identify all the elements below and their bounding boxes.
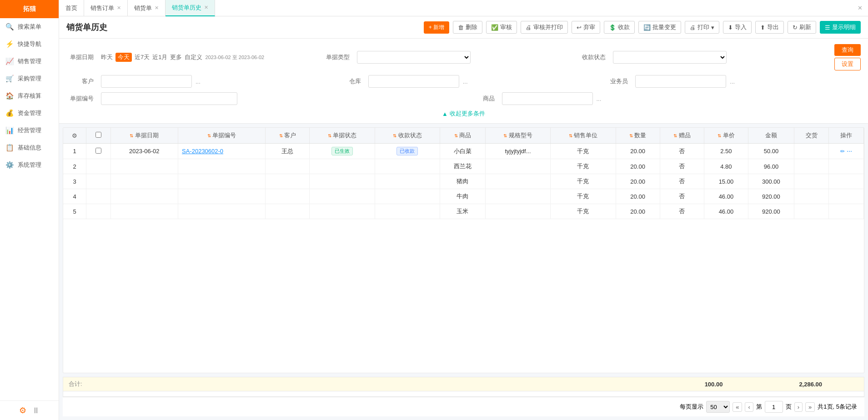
salesperson-input[interactable] xyxy=(635,75,726,88)
close-all-tabs-button[interactable]: ✕ xyxy=(852,5,868,11)
abandon-button[interactable]: ↩ 弃审 xyxy=(572,21,600,34)
col-doc-no[interactable]: ⇅ 单据编号 xyxy=(178,128,266,144)
sidebar-collapse-icon[interactable]: ⏸ xyxy=(32,406,40,415)
shortcut-yesterday[interactable]: 昨天 xyxy=(101,53,113,61)
row-goods: 玉米 xyxy=(440,204,486,219)
customer-label: 客户 xyxy=(66,77,94,85)
sort-icon-spec: ⇅ xyxy=(503,133,507,138)
export-button[interactable]: ⬆ 导出 xyxy=(755,21,784,34)
row-customer xyxy=(266,189,310,204)
shortcut-more[interactable]: 更多 xyxy=(170,53,182,61)
col-spec[interactable]: ⇅ 规格型号 xyxy=(485,128,550,144)
edit-row-button[interactable]: ✏ xyxy=(840,148,845,155)
sidebar-item-inventory[interactable]: 🏠 库存核算 xyxy=(0,87,59,105)
print-button[interactable]: 🖨 打印 ▾ xyxy=(685,21,719,34)
shortcut-7days[interactable]: 近7天 xyxy=(135,53,150,61)
salesperson-label: 业务员 xyxy=(601,77,628,85)
show-detail-icon: ☰ xyxy=(825,24,830,31)
goods-dots-button[interactable]: ... xyxy=(597,95,602,102)
first-page-button[interactable]: « xyxy=(733,402,742,412)
salesperson-dots-button[interactable]: ... xyxy=(730,78,735,85)
row-checkbox[interactable] xyxy=(86,189,110,204)
pagination: 每页显示 50 100 200 « ‹ 第 页 › » 共1页, 5条记录 xyxy=(63,397,864,416)
next-page-button[interactable]: › xyxy=(794,402,803,412)
query-button[interactable]: 查询 xyxy=(834,44,861,56)
select-all-checkbox[interactable] xyxy=(95,132,101,138)
payment-status-select[interactable] xyxy=(613,51,727,64)
sidebar-item-base-info[interactable]: 📋 基础信息 xyxy=(0,139,59,156)
sidebar-item-quick-nav[interactable]: ⚡ 快捷导航 xyxy=(0,35,59,53)
last-page-button[interactable]: » xyxy=(805,402,815,412)
row-customer xyxy=(266,204,310,219)
collapse-button[interactable]: ▲ 收起更多条件 xyxy=(66,110,861,118)
tab-sales-goods[interactable]: 销货单 ✕ xyxy=(128,0,166,16)
sidebar-item-operations[interactable]: 📊 经营管理 xyxy=(0,122,59,139)
row-select-checkbox[interactable] xyxy=(95,148,101,154)
batch-change-button[interactable]: 🔄 批量变更 xyxy=(638,21,681,34)
tab-sales-history-close[interactable]: ✕ xyxy=(204,5,208,10)
tab-home[interactable]: 首页 xyxy=(59,0,84,16)
page-input[interactable] xyxy=(765,401,783,413)
col-customer[interactable]: ⇅ 客户 xyxy=(266,128,310,144)
customer-dots-button[interactable]: ... xyxy=(196,78,201,85)
sidebar-item-sys-mgmt[interactable]: ⚙️ 系统管理 xyxy=(0,156,59,174)
refresh-button[interactable]: ↻ 刷新 xyxy=(788,21,816,34)
col-unit[interactable]: ⇅ 销售单位 xyxy=(551,128,616,144)
filter-setting-button[interactable]: 设置 xyxy=(834,58,861,70)
row-qty: 20.00 xyxy=(616,189,660,204)
more-row-button[interactable]: ⋯ xyxy=(847,148,852,155)
row-gift: 否 xyxy=(660,204,704,219)
shortcut-today[interactable]: 今天 xyxy=(115,53,132,62)
table-row: 4 牛肉 千克 20.00 否 46.00 920.00 xyxy=(63,189,864,204)
row-checkbox[interactable] xyxy=(86,159,110,174)
audit-button[interactable]: ✅ 审核 xyxy=(486,21,517,34)
row-checkbox[interactable] xyxy=(86,174,110,189)
table-row: 5 玉米 千克 20.00 否 46.00 920.00 xyxy=(63,204,864,219)
customer-input[interactable] xyxy=(101,75,192,88)
collect-button[interactable]: 💲 收款 xyxy=(604,21,635,34)
row-checkbox[interactable] xyxy=(86,204,110,219)
page-size-select[interactable]: 50 100 200 xyxy=(706,401,730,413)
search-menu-icon: 🔍 xyxy=(5,23,14,31)
shortcut-custom[interactable]: 自定义 xyxy=(185,53,202,61)
doc-no-link[interactable]: SA-20230602-0 xyxy=(182,148,223,155)
row-seq: 2 xyxy=(63,159,86,174)
sidebar-settings-icon[interactable]: ⚙ xyxy=(19,405,26,415)
warehouse-dots-button[interactable]: ... xyxy=(463,78,468,85)
goods-input[interactable] xyxy=(502,92,593,105)
col-qty[interactable]: ⇅ 数量 xyxy=(616,128,660,144)
table-row: 1 2023-06-02 SA-20230602-0 王总 已生效 已收款 小白… xyxy=(63,144,864,159)
tab-sales-history[interactable]: 销货单历史 ✕ xyxy=(166,0,215,16)
col-unit-price[interactable]: ⇅ 单价 xyxy=(704,128,748,144)
tab-sales-order-close[interactable]: ✕ xyxy=(117,5,121,11)
row-unit: 千克 xyxy=(551,204,616,219)
doc-no-input[interactable] xyxy=(101,92,237,105)
tab-sales-order[interactable]: 销售订单 ✕ xyxy=(84,0,128,16)
row-spec: tyjyjtyjdf... xyxy=(485,144,550,159)
col-doc-status[interactable]: ⇅ 单据状态 xyxy=(310,128,375,144)
page-size-label: 每页显示 xyxy=(680,403,703,411)
col-doc-date[interactable]: ⇅ 单据日期 xyxy=(110,128,178,144)
import-button[interactable]: ⬇ 导入 xyxy=(723,21,752,34)
sidebar-item-purchase-mgmt[interactable]: 🛒 采购管理 xyxy=(0,70,59,87)
warehouse-input[interactable] xyxy=(368,75,459,88)
sort-icon-customer: ⇅ xyxy=(279,133,283,138)
col-gift[interactable]: ⇅ 赠品 xyxy=(660,128,704,144)
row-checkbox[interactable] xyxy=(86,144,110,159)
show-detail-button[interactable]: ☰ 显示明细 xyxy=(820,21,861,34)
delete-button[interactable]: 🗑 删除 xyxy=(453,21,482,34)
horizontal-scrollbar[interactable] xyxy=(63,391,864,397)
sidebar-item-sales-mgmt[interactable]: 📈 销售管理 xyxy=(0,53,59,70)
sidebar-item-finance[interactable]: 💰 资金管理 xyxy=(0,105,59,122)
tab-sales-goods-close[interactable]: ✕ xyxy=(155,5,159,11)
col-settings[interactable]: ⚙ xyxy=(63,128,86,144)
audit-print-button[interactable]: 🖨 审核并打印 xyxy=(521,21,568,34)
col-payment-status[interactable]: ⇅ 收款状态 xyxy=(375,128,440,144)
row-doc-status xyxy=(310,204,375,219)
prev-page-button[interactable]: ‹ xyxy=(745,402,753,412)
col-goods[interactable]: ⇅ 商品 xyxy=(440,128,486,144)
shortcut-1month[interactable]: 近1月 xyxy=(152,53,167,61)
sidebar-item-search-menu[interactable]: 🔍 搜索菜单 xyxy=(0,18,59,35)
new-button[interactable]: + 新增 xyxy=(424,21,449,34)
doc-type-select[interactable] xyxy=(357,51,471,64)
